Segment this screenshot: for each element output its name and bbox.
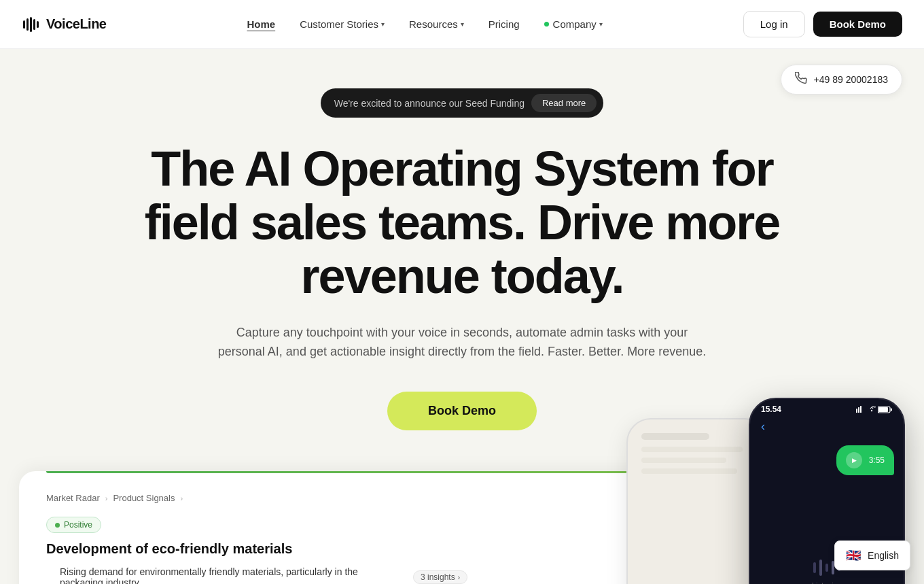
list-item: Rising demand for environmentally friend… bbox=[60, 566, 467, 584]
announcement-text: We're excited to announce our Seed Fundi… bbox=[334, 98, 525, 109]
positive-badge-label: Positive bbox=[64, 520, 92, 530]
svg-rect-4 bbox=[37, 21, 39, 28]
hero-subtitle: Capture any touchpoint with your voice i… bbox=[217, 323, 707, 362]
phone-icon bbox=[795, 72, 807, 87]
svg-rect-2 bbox=[30, 17, 32, 32]
nav-pricing[interactable]: Pricing bbox=[479, 13, 529, 35]
svg-rect-11 bbox=[891, 408, 892, 411]
positive-dot bbox=[55, 523, 60, 528]
nav-company-label: Company bbox=[553, 18, 597, 30]
nav-home-label: Home bbox=[247, 18, 275, 30]
insight-count-1: 3 insights bbox=[421, 572, 455, 582]
hero-section: We're excited to announce our Seed Fundi… bbox=[122, 0, 802, 430]
voice-message-bubble: ▶ 3:55 bbox=[836, 445, 894, 475]
language-label: English bbox=[868, 550, 899, 561]
svg-point-8 bbox=[871, 410, 872, 411]
phone-number: +49 89 20002183 bbox=[814, 74, 888, 85]
nav-resources[interactable]: Resources ▾ bbox=[399, 13, 474, 35]
logo-icon bbox=[22, 15, 41, 34]
nav-home[interactable]: Home bbox=[237, 13, 285, 35]
navbar: VoiceLine Home Customer Stories ▾ Resour… bbox=[0, 0, 924, 49]
card-title: Development of eco-friendly materials bbox=[46, 541, 467, 557]
nav-resources-label: Resources bbox=[409, 18, 458, 30]
svg-rect-7 bbox=[860, 406, 861, 413]
chevron-down-icon: ▾ bbox=[461, 20, 464, 28]
nav-company[interactable]: Company ▾ bbox=[535, 13, 612, 35]
svg-rect-0 bbox=[23, 20, 25, 29]
read-more-button[interactable]: Read more bbox=[531, 94, 597, 112]
logo-text: VoiceLine bbox=[46, 16, 107, 32]
back-icon: ‹ bbox=[761, 419, 765, 434]
phone-nav: ‹ bbox=[750, 417, 904, 439]
svg-rect-3 bbox=[33, 19, 35, 30]
card-items-list: Rising demand for environmentally friend… bbox=[46, 566, 467, 584]
play-button[interactable]: ▶ bbox=[846, 452, 862, 468]
chevron-down-icon: ▾ bbox=[599, 20, 603, 28]
phone-contact-bubble[interactable]: +49 89 20002183 bbox=[781, 65, 902, 95]
breadcrumb-market-radar[interactable]: Market Radar bbox=[46, 493, 100, 503]
book-demo-nav-button[interactable]: Book Demo bbox=[813, 12, 902, 37]
nav-pricing-label: Pricing bbox=[488, 18, 520, 30]
hero-title: The AI Operating System for field sales … bbox=[136, 142, 788, 304]
arrow-icon: › bbox=[458, 574, 460, 581]
book-demo-hero-button[interactable]: Book Demo bbox=[387, 392, 537, 430]
breadcrumb-product-signals[interactable]: Product Signals bbox=[113, 493, 175, 503]
nav-customer-stories[interactable]: Customer Stories ▾ bbox=[290, 13, 394, 35]
svg-rect-10 bbox=[878, 407, 888, 412]
insight-badge-1[interactable]: 3 insights › bbox=[413, 570, 467, 584]
nav-actions: Log in Book Demo bbox=[743, 11, 902, 37]
logo[interactable]: VoiceLine bbox=[22, 15, 107, 34]
listening-label: Listening bbox=[812, 581, 842, 584]
nav-links: Home Customer Stories ▾ Resources ▾ Pric… bbox=[237, 13, 611, 35]
login-button[interactable]: Log in bbox=[743, 11, 805, 37]
flag-icon: 🇬🇧 bbox=[846, 548, 861, 563]
list-item-text-1: Rising demand for environmentally friend… bbox=[60, 566, 402, 584]
phone-status-bar: 15.54 bbox=[750, 399, 904, 417]
phone-back bbox=[626, 418, 769, 584]
positive-badge: Positive bbox=[46, 517, 101, 533]
voice-duration: 3:55 bbox=[869, 456, 885, 465]
phone-time: 15.54 bbox=[761, 405, 781, 414]
nav-customer-stories-label: Customer Stories bbox=[300, 18, 378, 30]
chevron-down-icon: ▾ bbox=[381, 20, 385, 28]
product-card: Positive Development of eco-friendly mat… bbox=[46, 517, 467, 584]
svg-rect-5 bbox=[856, 409, 857, 413]
breadcrumb-chevron-icon: › bbox=[180, 494, 183, 502]
announcement-banner[interactable]: We're excited to announce our Seed Fundi… bbox=[321, 88, 604, 118]
svg-rect-6 bbox=[858, 407, 859, 413]
svg-rect-1 bbox=[26, 18, 29, 31]
breadcrumb-chevron-icon: › bbox=[105, 494, 108, 502]
product-preview-section: Market Radar › Product Signals › Positiv… bbox=[19, 471, 905, 584]
notification-dot bbox=[544, 22, 549, 27]
status-icons bbox=[856, 406, 893, 413]
language-selector[interactable]: 🇬🇧 English bbox=[834, 540, 910, 570]
